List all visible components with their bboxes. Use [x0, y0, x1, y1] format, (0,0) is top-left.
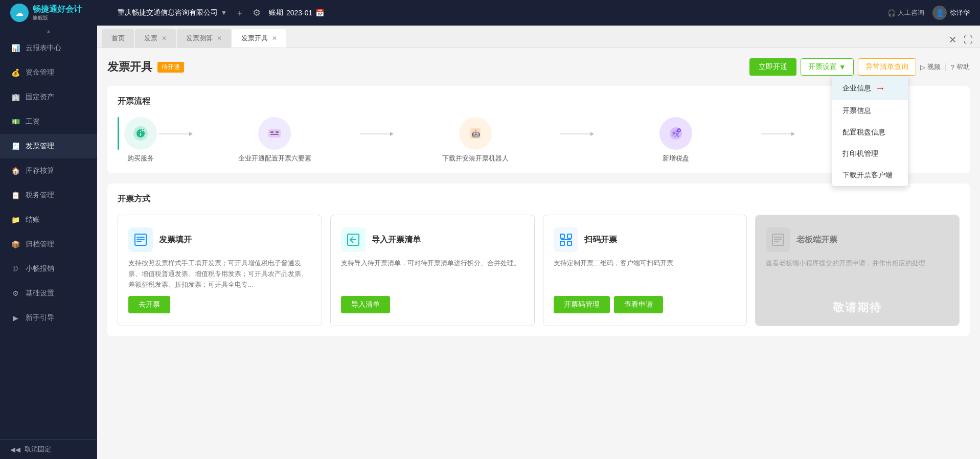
tab-home-label: 首页 [111, 34, 125, 43]
tab-close-button[interactable]: ✕ [947, 32, 959, 48]
settings-button-label: 开票设置 [808, 62, 837, 72]
tab-invoice-open-close[interactable]: ✕ [272, 35, 277, 42]
calendar-icon[interactable]: 📅 [315, 9, 324, 17]
logo-area: ☁ 畅捷通好会计 旗舰版 [10, 4, 107, 22]
payroll-icon: 💵 [10, 117, 20, 127]
sidebar-label-closing: 结账 [26, 215, 40, 224]
sidebar-item-payroll[interactable]: 💵 工资 [0, 109, 97, 134]
support-label: 人工咨询 [898, 8, 924, 17]
sidebar-item-tax[interactable]: 📋 税务管理 [0, 183, 97, 208]
svg-rect-26 [772, 234, 784, 245]
user-name: 徐泽华 [950, 8, 970, 17]
dropdown-invoice-info[interactable]: 开票信息 [832, 100, 908, 122]
dropdown-company-info[interactable]: 企业信息 → [832, 76, 908, 100]
logo-icon: ☁ [10, 4, 29, 22]
page-actions: 立即开通 开票设置 ▼ 异常清单查询 ▷ 视频 | ? 帮助 [749, 58, 970, 76]
billing-card-scan-title: 扫码开票 [584, 235, 617, 245]
sidebar-item-fund[interactable]: 💰 资金管理 [0, 60, 97, 85]
activate-button[interactable]: 立即开通 [749, 58, 796, 76]
company-selector[interactable]: 重庆畅捷交通信息咨询有限公司 ▼ [118, 8, 227, 17]
status-badge: 待开通 [157, 62, 184, 73]
billing-card-manual-fill-header: 发票填开 [128, 227, 311, 252]
tab-invoice-open[interactable]: 发票开具 ✕ [232, 29, 286, 48]
svg-rect-19 [136, 241, 142, 242]
sidebar-item-report[interactable]: © 小畅报销 [0, 257, 97, 281]
header-icons: ＋ ⚙ [235, 7, 261, 19]
tab-invoice-calc-close[interactable]: ✕ [217, 35, 222, 42]
sidebar-item-asset[interactable]: 🏢 固定资产 [0, 85, 97, 109]
flow-step-download: 🤖 下载并安装开票机器人 [393, 117, 559, 163]
sidebar-label-guide: 新手引导 [26, 313, 54, 323]
billing-card-import-title: 导入开票清单 [372, 235, 421, 245]
dropdown-tax-config[interactable]: 配置税盘信息 [832, 122, 908, 143]
flow-step-enterprise-icon [258, 117, 291, 150]
red-arrow-icon: → [875, 82, 885, 94]
tab-invoice-calc[interactable]: 发票测算 ✕ [177, 29, 231, 48]
tab-maximize-button[interactable]: ⛶ [962, 33, 975, 48]
billing-card-import-desc: 支持导入待开票清单，可对待开票清单进行拆分、合并处理。 [341, 258, 524, 269]
billing-card-boss: 老板端开票 查看老板端小程序提交的开票申请，并作出相应的处理 敬请期待 [755, 215, 960, 326]
cloud-report-icon: 📊 [10, 43, 20, 53]
add-icon[interactable]: ＋ [235, 7, 244, 19]
svg-rect-29 [774, 241, 779, 242]
tab-invoice-close[interactable]: ✕ [162, 35, 167, 42]
tab-bar: 首页 发票 ✕ 发票测算 ✕ 发票开具 ✕ ✕ ⛶ [97, 26, 980, 48]
svg-rect-3 [270, 131, 274, 133]
tax-icon: 📋 [10, 190, 20, 200]
sidebar-item-cloud-report[interactable]: 📊 云报表中心 [0, 36, 97, 60]
sidebar-label-asset: 固定资产 [26, 93, 54, 102]
period-info: 账期 2023-01 📅 [269, 8, 324, 17]
sidebar-item-invoice[interactable]: 🧾 发票管理 [0, 134, 97, 158]
svg-point-0 [133, 126, 148, 141]
help-button[interactable]: ? 帮助 [951, 62, 970, 72]
billing-card-boss-header: 老板端开票 [766, 227, 949, 252]
sidebar-scroll-up[interactable]: ▲ [0, 26, 97, 36]
view-application-button[interactable]: 查看申请 [614, 296, 663, 313]
billing-card-import-header: 导入开票清单 [341, 227, 524, 252]
sidebar-item-guide[interactable]: ▶ 新手引导 [0, 306, 97, 330]
settings-button[interactable]: 开票设置 ▼ [801, 58, 854, 76]
sidebar-bottom-label: 取消固定 [25, 445, 51, 454]
company-name: 重庆畅捷交通信息咨询有限公司 [118, 8, 218, 17]
dropdown-invoice-info-label: 开票信息 [842, 106, 871, 116]
anomaly-button[interactable]: 异常清单查询 [858, 58, 916, 76]
settings-dropdown-arrow: ▼ [839, 63, 846, 71]
dropdown-printer[interactable]: 打印机管理 [832, 143, 908, 165]
dropdown-download-client-label: 下载开票客户端 [842, 171, 893, 180]
sidebar-bottom-action[interactable]: ◀◀ 取消固定 [0, 439, 97, 459]
logo-sub: 旗舰版 [33, 14, 82, 21]
import-list-button[interactable]: 导入清单 [341, 296, 390, 313]
tab-home[interactable]: 首页 [102, 29, 134, 48]
flow-step-taxdisk-icon: 税+ [659, 117, 692, 150]
company-dropdown-arrow: ▼ [221, 9, 227, 16]
content-area: 首页 发票 ✕ 发票测算 ✕ 发票开具 ✕ ✕ ⛶ [97, 26, 980, 459]
video-button[interactable]: ▷ 视频 [920, 62, 941, 72]
tab-invoice-open-label: 发票开具 [241, 34, 268, 43]
svg-rect-24 [567, 241, 572, 245]
svg-rect-23 [560, 241, 564, 245]
scan-qrcode-button[interactable]: 开票码管理 [554, 296, 610, 313]
sidebar-item-inventory[interactable]: 🏠 库存核算 [0, 158, 97, 183]
tab-invoice[interactable]: 发票 ✕ [135, 29, 176, 48]
support-button[interactable]: 🎧 人工咨询 [887, 8, 924, 17]
svg-rect-27 [774, 237, 782, 238]
settings-icon[interactable]: ⚙ [253, 7, 261, 18]
sidebar-label-report: 小畅报销 [26, 264, 54, 273]
sidebar-item-archive[interactable]: 📦 归档管理 [0, 232, 97, 257]
sidebar-item-closing[interactable]: 📁 结账 [0, 208, 97, 232]
boss-overlay-text: 敬请期待 [756, 300, 959, 315]
sidebar-item-settings[interactable]: ⚙ 基础设置 [0, 281, 97, 306]
flow-step-enterprise-label: 企业开通配置开票六要素 [238, 154, 311, 163]
settings-sidebar-icon: ⚙ [10, 288, 20, 299]
svg-text:+: + [678, 128, 680, 133]
page-header: 发票开具 待开通 立即开通 开票设置 ▼ 异常清单查询 ▷ 视频 | [107, 58, 970, 76]
headset-icon: 🎧 [887, 9, 896, 17]
user-avatar: 👤 [932, 6, 947, 20]
sidebar-label-inventory: 库存核算 [26, 166, 54, 175]
svg-rect-17 [136, 237, 145, 238]
dropdown-download-client[interactable]: 下载开票客户端 [832, 165, 908, 186]
manual-fill-button[interactable]: 去开票 [128, 296, 170, 313]
methods-section: 开票方式 发票填开 支持按照发票样式手工填开发票；可开具增值税电子普通发票、增值… [107, 183, 970, 336]
billing-card-boss-title: 老板端开票 [796, 235, 837, 245]
dropdown-company-info-label: 企业信息 [842, 84, 871, 93]
